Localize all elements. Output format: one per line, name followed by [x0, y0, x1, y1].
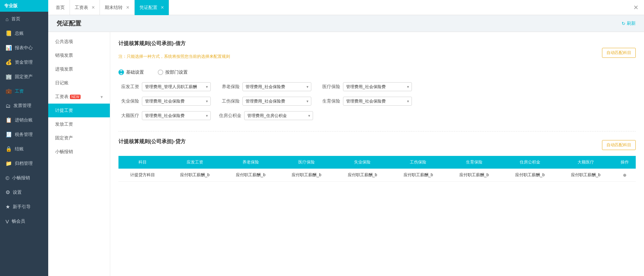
- sidebar-item-expense[interactable]: © 小畅报销: [0, 171, 48, 185]
- window-close-btn[interactable]: ✕: [631, 4, 641, 11]
- select-wrapper-shiye: 管理费用_社会保险费: [142, 97, 211, 106]
- debit-auto-match-button[interactable]: 自动匹配科目: [602, 48, 636, 58]
- credit-section: 计提核算规则(公司承担)-贷方 自动匹配科目 科目 应发工资 养老保险 医疗保险…: [118, 138, 636, 182]
- debit-form-row-3: 大额医疗 管理费用_社会保险费 住房公积金 管理费用_住房公积金: [118, 111, 636, 120]
- refresh-label: 刷新: [627, 20, 636, 26]
- col-gongshang: 工伤保险: [390, 156, 446, 169]
- tax-icon: 🧾: [6, 131, 12, 138]
- select-yanglao[interactable]: 管理费用_社会保险费: [242, 82, 311, 91]
- left-nav-public-options[interactable]: 公共选项: [48, 35, 110, 49]
- select-shiye[interactable]: 管理费用_社会保险费: [142, 97, 211, 106]
- col-yiliao: 医疗保险: [279, 156, 334, 169]
- refresh-button[interactable]: ↻ 刷新: [622, 20, 636, 26]
- left-nav-journal[interactable]: 日记账: [48, 76, 110, 90]
- tab-period-close[interactable]: 期末结转 ×: [100, 0, 134, 15]
- section-divider: [118, 131, 636, 131]
- tab-payroll-close[interactable]: ×: [92, 5, 95, 10]
- cell-yanglao: 应付职工薪酬_b: [223, 169, 279, 182]
- sidebar-item-tax[interactable]: 🧾 税务管理: [0, 127, 48, 142]
- debit-form-row-2: 失业保险 管理费用_社会保险费 工伤保险 管理费用_社会保险费: [118, 97, 636, 106]
- invoices-icon: 🗂: [6, 103, 11, 109]
- label-yiliao: 医疗保险: [320, 84, 340, 90]
- field-shengyu: 生育保险 管理费用_社会保险费: [320, 97, 412, 106]
- debit-section-header: 计提核算规则(公司承担)-借方 注：只能选择一种方式，系统将按照您当前的选择来配…: [118, 40, 636, 65]
- left-nav-payroll-table[interactable]: 工资表 NEW ▾: [48, 90, 110, 104]
- sidebar-item-reports[interactable]: 📊 报表中心: [0, 41, 48, 55]
- debit-radio-group: 基础设置 按部门设置: [118, 69, 636, 75]
- credit-table: 科目 应发工资 养老保险 医疗保险 失业保险 工伤保险 生育保险 住房公积金 大…: [118, 156, 636, 182]
- sidebar-item-ledger[interactable]: 📒 总账: [0, 26, 48, 41]
- archive-icon: 📁: [6, 160, 12, 167]
- label-yingfa: 应发工资: [118, 84, 139, 90]
- tab-voucher-config[interactable]: 凭证配置 ×: [135, 0, 169, 15]
- payroll-icon: 💼: [6, 88, 12, 94]
- fixed-assets-icon: 🏢: [6, 74, 12, 80]
- radio-basic-circle: [118, 70, 124, 75]
- field-yingfa-gongzi: 应发工资 管理费用_管理人员职工薪酬: [118, 82, 211, 91]
- credit-section-header: 计提核算规则(公司承担)-贷方 自动匹配科目: [118, 138, 636, 152]
- sidebar-item-archive[interactable]: 📁 归档管理: [0, 156, 48, 171]
- field-daeyiliao: 大额医疗 管理费用_社会保险费: [118, 111, 211, 120]
- sidebar-item-close[interactable]: 🔒 结账: [0, 142, 48, 156]
- cell-gongshang: 应付职工薪酬_b: [390, 169, 446, 182]
- left-nav-purchase-invoice[interactable]: 进项发票: [48, 62, 110, 76]
- left-nav-petty-expense[interactable]: 小畅报销: [48, 145, 110, 159]
- tab-home[interactable]: 首页: [51, 0, 70, 15]
- sidebar-item-settings[interactable]: ⚙ 设置: [0, 185, 48, 200]
- sidebar-item-label: 结账: [15, 146, 24, 152]
- cell-shengyu: 应付职工薪酬_b: [446, 169, 502, 182]
- tab-payroll-label: 工资表: [75, 4, 88, 11]
- sidebar-item-fixed-assets[interactable]: 🏢 固定资产: [0, 70, 48, 84]
- tabs-bar: 首页 工资表 × 期末结转 × 凭证配置 × ✕: [48, 0, 644, 15]
- select-daeyiliao[interactable]: 管理费用_社会保险费: [142, 111, 211, 120]
- col-daeyiliao: 大额医疗: [558, 156, 614, 169]
- sidebar-item-label: 固定资产: [15, 74, 33, 80]
- tab-payroll-table[interactable]: 工资表 ×: [70, 0, 100, 15]
- sidebar-item-vip[interactable]: V 畅会员: [0, 214, 48, 229]
- select-zhufang[interactable]: 管理费用_住房公积金: [244, 111, 313, 120]
- guide-icon: ★: [6, 204, 10, 210]
- sidebar-item-label: 发票管理: [13, 103, 31, 109]
- tab-voucher-close[interactable]: ×: [161, 5, 164, 10]
- page-header: 凭证配置 ↻ 刷新: [48, 15, 644, 32]
- select-wrapper-yingfa: 管理费用_管理人员职工薪酬: [142, 82, 211, 91]
- col-yingfa: 应发工资: [167, 156, 223, 169]
- ledger-icon: 📒: [6, 30, 12, 36]
- select-yingfa[interactable]: 管理费用_管理人员职工薪酬: [142, 82, 211, 91]
- cell-yiliao: 应付职工薪酬_b: [279, 169, 334, 182]
- cell-action[interactable]: ⊕: [614, 169, 636, 182]
- sidebar-item-invoices[interactable]: 🗂 发票管理: [0, 98, 48, 113]
- col-shengyu: 生育保险: [446, 156, 502, 169]
- radio-basic-label: 基础设置: [126, 69, 144, 75]
- label-daeyiliao: 大额医疗: [118, 113, 139, 119]
- sidebar-header: 专业版: [0, 0, 48, 12]
- radio-basic[interactable]: 基础设置: [118, 69, 144, 75]
- sidebar-item-guide[interactable]: ★ 新手引导: [0, 200, 48, 214]
- sidebar-item-label: 归档管理: [15, 160, 33, 167]
- credit-auto-match-button[interactable]: 自动匹配科目: [602, 140, 636, 150]
- sidebar-item-purchase-sales[interactable]: 📋 进销台账: [0, 113, 48, 127]
- sidebar-item-label: 税务管理: [15, 131, 33, 138]
- field-yanglao: 养老保险 管理费用_社会保险费: [219, 82, 311, 91]
- left-nav-calc-payroll[interactable]: 计提工资: [48, 104, 110, 117]
- col-zhufang: 住房公积金: [502, 156, 558, 169]
- sidebar-item-home[interactable]: ⌂ 首页: [0, 12, 48, 26]
- select-yiliao[interactable]: 管理费用_社会保险费: [343, 82, 412, 91]
- main-area: 首页 工资表 × 期末结转 × 凭证配置 × ✕ 凭证配置 ↻ 刷新 公共选项: [48, 0, 644, 276]
- left-nav-fixed-assets[interactable]: 固定资产: [48, 131, 110, 145]
- select-shengyu[interactable]: 管理费用_社会保险费: [343, 97, 412, 106]
- select-wrapper-yanglao: 管理费用_社会保险费: [242, 82, 311, 91]
- purchase-sales-icon: 📋: [6, 117, 12, 123]
- tab-period-close-btn[interactable]: ×: [126, 5, 129, 10]
- select-gongshang[interactable]: 管理费用_社会保险费: [242, 97, 311, 106]
- radio-dept[interactable]: 按部门设置: [158, 69, 188, 75]
- sidebar-item-label: 总账: [15, 30, 24, 36]
- sidebar-item-payroll[interactable]: 💼 工资: [0, 84, 48, 98]
- select-wrapper-zhufang: 管理费用_住房公积金: [244, 111, 313, 120]
- left-nav-pay-payroll[interactable]: 发放工资: [48, 117, 110, 131]
- cell-subject: 计提贷方科目: [118, 169, 167, 182]
- left-nav-sales-invoice[interactable]: 销项发票: [48, 49, 110, 62]
- sidebar-item-funds[interactable]: 💰 资金管理: [0, 55, 48, 70]
- select-wrapper-gongshang: 管理费用_社会保险费: [242, 97, 311, 106]
- settings-icon: ⚙: [6, 189, 10, 195]
